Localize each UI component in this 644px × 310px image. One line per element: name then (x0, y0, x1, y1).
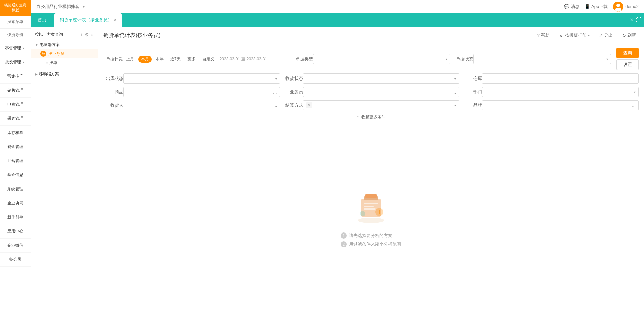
settings-scheme-btn[interactable]: ⚙ (85, 32, 89, 37)
settlement-select[interactable]: × ▾ (303, 100, 460, 110)
doc-type-select[interactable]: ▾ (313, 54, 451, 64)
close-window-btn[interactable]: × (630, 17, 633, 24)
svg-rect-6 (365, 194, 377, 198)
payment-status-label: 收款状态 (283, 75, 303, 82)
salesperson-select[interactable]: ... (303, 87, 460, 97)
date-last-month[interactable]: 上月 (123, 56, 137, 63)
collapse-label: 收起更多条件 (361, 114, 385, 120)
goods-select[interactable]: ... (123, 87, 280, 97)
mobile-scheme-group: ▶ 移动端方案 (31, 69, 98, 80)
sidebar-item-wholesale[interactable]: 批发管理 ▲ (0, 55, 31, 69)
page-title-bar: 销货单统计表(按业务员) ? 帮助 🖨 按模板打印 ▾ ↗ 导出 (98, 27, 644, 44)
print-btn[interactable]: 🖨 按模板打印 ▾ (556, 31, 592, 40)
date-this-year[interactable]: 本年 (153, 56, 166, 63)
query-btn[interactable]: 查询 (616, 48, 639, 58)
filter-row-3: 商品 ... 业务员 ... 部门 (103, 87, 639, 97)
doc-status-label: 单据状态 (453, 56, 473, 62)
pc-scheme-toggle[interactable]: ▼ 电脑端方案 (31, 41, 98, 49)
sidebar-item-inventory[interactable]: 库存核算 (0, 126, 31, 140)
settlement-label: 结算方式 (283, 102, 303, 108)
date-last-7days[interactable]: 近7天 (168, 56, 183, 63)
sidebar-item-newbie[interactable]: 新手引导 (0, 210, 31, 224)
expand-icon-2: ▲ (22, 60, 25, 64)
collapse-panel-btn[interactable]: « (91, 32, 94, 37)
logo-area[interactable]: 畅捷通好生意 标版 (0, 0, 31, 16)
doc-status-group: 单据状态 ▾ (453, 54, 611, 64)
date-custom[interactable]: 自定义 (200, 56, 217, 63)
brand-dots[interactable]: ... (632, 103, 636, 108)
sidebar-item-operations[interactable]: 经营管理 (0, 154, 31, 168)
tab-close-btn[interactable]: × (114, 18, 116, 22)
sidebar-item-ecommerce[interactable]: 电商管理 (0, 98, 31, 112)
quick-nav-btn[interactable]: 快捷导航 (0, 29, 31, 41)
settlement-tag-close[interactable]: × (308, 103, 310, 108)
sidebar-item-system[interactable]: 系统管理 (0, 182, 31, 196)
out-status-group: 出库状态 ▾ (103, 73, 280, 84)
scheme-item-order[interactable]: ≡ 按单 (31, 58, 98, 67)
logo-text: 畅捷通好生意 标版 (1, 3, 29, 13)
app-download-btn[interactable]: 📱 App下载 (585, 4, 608, 10)
department-select[interactable]: ▾ (482, 87, 639, 97)
out-status-select[interactable]: ▾ (123, 73, 280, 84)
sidebar-item-sales[interactable]: 销售管理 (0, 84, 31, 98)
sidebar-item-marketing[interactable]: 营销推广 (0, 69, 31, 84)
svg-rect-9 (364, 208, 376, 210)
doc-status-select[interactable]: ▾ (473, 54, 611, 64)
dropdown-icon[interactable]: ▾ (83, 4, 85, 9)
user-area[interactable]: demo2 (613, 2, 639, 12)
export-btn[interactable]: ↗ 导出 (596, 31, 615, 40)
svg-point-2 (615, 8, 621, 12)
tab-active[interactable]: 销货单统计表（按业务员） × (54, 13, 122, 27)
scheme-item-icon: 员 (40, 51, 46, 57)
sidebar-item-purchase[interactable]: 采购管理 (0, 112, 31, 126)
recipient-dots[interactable]: ... (273, 102, 277, 108)
date-this-month[interactable]: 本月 (138, 56, 152, 63)
settlement-tag: × (306, 102, 312, 108)
title-actions: ? 帮助 🖨 按模板打印 ▾ ↗ 导出 ↻ 刷新 (535, 31, 639, 40)
scheme-item-salesperson-label: 按业务员 (48, 51, 64, 57)
recipient-label: 收货人 (103, 102, 123, 108)
date-range-display: 2023-03-01 至 2023-03-31 (220, 56, 267, 62)
left-panel: 按以下方案查询 + ⚙ « ▼ 电脑端方案 员 按业务员 ≡ 按单 (31, 27, 98, 310)
header-right: 💬 消息 📱 App下载 demo2 (564, 2, 639, 12)
sidebar-item-finance[interactable]: 资金管理 (0, 140, 31, 154)
sidebar-item-retail[interactable]: 零售管理 ▲ (0, 41, 31, 55)
empty-tips: 1 请先选择要分析的方案 2 用过滤条件来缩小分析范围 (341, 232, 401, 250)
nav-items: 零售管理 ▲ 批发管理 ▲ 营销推广 销售管理 电商管理 采购管理 库存核算 资… (0, 41, 31, 310)
download-icon: 📱 (585, 4, 590, 9)
sidebar-item-enterprise[interactable]: 企业协同 (0, 196, 31, 210)
settings-btn[interactable]: 设置 (616, 59, 639, 70)
message-icon: 💬 (564, 4, 569, 9)
tab-home[interactable]: 首页 (31, 13, 53, 27)
help-btn[interactable]: ? 帮助 (535, 31, 552, 40)
refresh-btn[interactable]: ↻ 刷新 (620, 31, 639, 40)
warehouse-select[interactable]: ... (482, 73, 639, 84)
sidebar-item-member[interactable]: 畅会员 (0, 253, 31, 267)
print-icon: 🖨 (559, 33, 564, 38)
maximize-btn[interactable]: ⛶ (636, 17, 641, 23)
scheme-item-salesperson[interactable]: 员 按业务员 (31, 49, 98, 58)
date-more[interactable]: 更多 (185, 56, 198, 63)
recipient-input[interactable]: ... (123, 100, 280, 110)
brand-label: 品牌 (462, 102, 482, 108)
query-settings-group: 查询 设置 (616, 48, 639, 70)
pc-scheme-expand-icon: ▼ (35, 43, 38, 47)
sidebar-item-wechat[interactable]: 企业微信 (0, 239, 31, 253)
salesperson-dots[interactable]: ... (452, 89, 457, 95)
warehouse-dots[interactable]: ... (632, 76, 636, 81)
goods-dots[interactable]: ... (273, 89, 277, 95)
messages-btn[interactable]: 💬 消息 (564, 4, 579, 10)
avatar (613, 2, 623, 12)
sidebar-item-apps[interactable]: 应用中心 (0, 224, 31, 239)
mobile-scheme-toggle[interactable]: ▶ 移动端方案 (31, 70, 98, 79)
search-menu-btn[interactable]: 搜索菜单 (0, 16, 31, 29)
header-left: 办公用品行业模拟账套 ▾ (36, 4, 85, 10)
empty-state: 1 请先选择要分析的方案 2 用过滤条件来缩小分析范围 (98, 126, 644, 310)
payment-status-select[interactable]: ▾ (303, 73, 460, 84)
sidebar-item-basic[interactable]: 基础信息 (0, 168, 31, 182)
add-scheme-btn[interactable]: + (80, 32, 83, 37)
tip-text-2: 用过滤条件来缩小分析范围 (349, 241, 401, 247)
salesperson-group: 业务员 ... (283, 87, 460, 97)
brand-select[interactable]: ... (482, 100, 639, 110)
collapse-bar[interactable]: ⌃ 收起更多条件 (103, 112, 639, 122)
